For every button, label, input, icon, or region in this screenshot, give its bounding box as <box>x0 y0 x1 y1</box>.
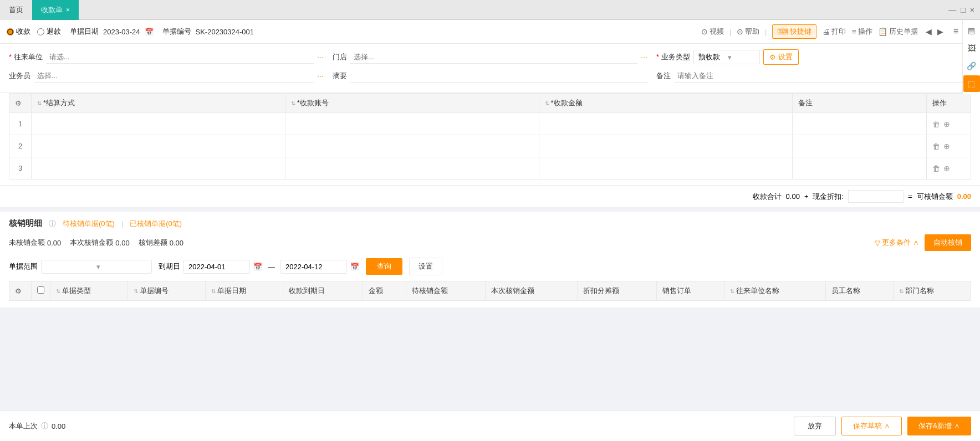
delete-icon-1[interactable]: 🗑 <box>932 120 940 129</box>
due-date-start[interactable] <box>183 260 250 274</box>
summary-input[interactable] <box>350 69 647 83</box>
save-draft-button[interactable]: 保存草稿 ∧ <box>841 417 902 435</box>
nav-next-icon[interactable]: ▶ <box>935 26 946 37</box>
calendar-start-icon[interactable]: 📅 <box>253 263 262 271</box>
operation-btn[interactable]: ≡ 操作 <box>851 27 872 37</box>
bth-counterparty: ⇅ 往来单位名称 <box>724 281 825 301</box>
radio-refund[interactable]: 退款 <box>37 27 61 37</box>
list-view-icon[interactable]: ≡ <box>951 25 961 38</box>
sidebar-table-icon[interactable]: ▤ <box>963 22 980 39</box>
store-more-btn[interactable]: ··· <box>641 53 647 61</box>
settings-button[interactable]: ⚙ 设置 <box>763 49 799 65</box>
completed-tab[interactable]: 已核销单据(0笔) <box>130 219 182 229</box>
counterparty-more-btn[interactable]: ··· <box>317 53 324 61</box>
bth-doctype: ⇅ 单据类型 <box>50 281 128 301</box>
copy-icon-2[interactable]: ⊕ <box>943 142 950 151</box>
sort-icon: ⇅ <box>37 100 42 106</box>
salesman-more-btn[interactable]: ··· <box>317 71 324 80</box>
tab-home[interactable]: 首页 <box>0 0 32 20</box>
form-row-1: * 往来单位 ··· 门店 ··· * 业务类型 预收款 ▾ ⚙ 设置 <box>9 49 971 65</box>
row2-remark[interactable] <box>793 135 927 157</box>
save-new-button[interactable]: 保存&新增 ∧ <box>907 417 971 435</box>
row3-remark[interactable] <box>793 157 927 180</box>
radio-receipt-label: 收款 <box>16 27 30 37</box>
remarks-input[interactable] <box>674 69 971 83</box>
salesman-input[interactable] <box>34 69 314 83</box>
verify-header: 核销明细 ⓘ 待核销单据(0笔) | 已核销单据(0笔) <box>9 218 971 229</box>
row3-settle[interactable] <box>32 157 285 180</box>
toolbar-right: ⊙ 视频 | ⊙ 帮助 | ⌨ 快捷键 🖨 打印 ≡ 操作 📋 历史单据 ◀ ▶ <box>701 24 973 39</box>
tab-close-icon[interactable]: × <box>66 6 70 14</box>
copy-icon-3[interactable]: ⊕ <box>943 164 950 173</box>
doc-num-value: SK-20230324-001 <box>196 28 254 36</box>
filter-icon: ▽ <box>875 239 880 247</box>
calendar-end-icon[interactable]: 📅 <box>350 263 359 271</box>
receipt-table: ⚙ ⇅ *结算方式 ⇅ *收款账号 ⇅ <box>9 93 971 180</box>
video-btn[interactable]: ⊙ 视频 <box>701 27 724 37</box>
toolbar: 收款 退款 单据日期 2023-03-24 📅 单据编号 SK-20230324… <box>0 20 980 44</box>
row1-account[interactable] <box>285 113 539 135</box>
delete-icon-2[interactable]: 🗑 <box>932 142 940 151</box>
counterparty-input[interactable] <box>46 50 314 64</box>
more-filter-btn[interactable]: ▽ 更多条件 ∧ <box>875 238 919 248</box>
pending-tab[interactable]: 待核销单据(0笔) <box>63 219 115 229</box>
nav-prev-icon[interactable]: ◀ <box>923 26 934 37</box>
row2-settle[interactable] <box>32 135 285 157</box>
window-close-icon[interactable]: × <box>970 6 974 14</box>
auto-verify-button[interactable]: 自动核销 <box>925 234 971 251</box>
row1-settle[interactable] <box>32 113 285 135</box>
query-button[interactable]: 查询 <box>366 258 402 275</box>
delete-icon-3[interactable]: 🗑 <box>932 164 940 173</box>
discount-input[interactable] <box>848 190 904 203</box>
print-btn[interactable]: 🖨 打印 <box>822 27 846 37</box>
doc-range-select[interactable]: ▾ <box>41 260 152 274</box>
store-input[interactable] <box>350 50 637 64</box>
shortcut-btn[interactable]: ⌨ 快捷键 <box>772 24 816 39</box>
maximize-icon[interactable]: □ <box>961 6 965 14</box>
row2-account[interactable] <box>285 135 539 157</box>
select-all-checkbox[interactable] <box>37 286 44 294</box>
minimize-icon[interactable]: — <box>948 6 956 14</box>
help-icon: ⊙ <box>737 27 743 36</box>
due-date-end[interactable] <box>280 260 347 274</box>
sort-icon3: ⇅ <box>545 100 549 106</box>
sidebar-link-icon[interactable]: 🔗 <box>963 58 980 74</box>
batch-info-icon[interactable]: ⓘ <box>41 421 48 431</box>
tab-receipt[interactable]: 收款单 × <box>32 0 79 20</box>
table-settings-icon[interactable]: ⚙ <box>15 99 22 107</box>
footer-info: 本单上次 ⓘ 0.00 <box>9 421 65 431</box>
row2-amount[interactable] <box>539 135 793 157</box>
bth-dept: ⇅ 部门名称 <box>893 281 971 301</box>
radio-receipt-input[interactable] <box>7 28 14 35</box>
business-type-select[interactable]: 预收款 ▾ <box>693 50 760 64</box>
sidebar-expand-icon[interactable]: ⬚ <box>963 75 980 92</box>
row3-account[interactable] <box>285 157 539 180</box>
row1-remark[interactable] <box>793 113 927 135</box>
history-btn[interactable]: 📋 历史单据 <box>878 27 918 37</box>
copy-icon-1[interactable]: ⊕ <box>943 120 950 129</box>
settings-gear-icon: ⚙ <box>769 53 776 61</box>
radio-receipt[interactable]: 收款 <box>7 27 30 37</box>
discard-button[interactable]: 放弃 <box>794 417 836 435</box>
row3-amount[interactable] <box>539 157 793 180</box>
tab-separator: | <box>121 219 123 228</box>
bottom-table-settings-icon[interactable]: ⚙ <box>15 287 22 295</box>
verify-section: 核销明细 ⓘ 待核销单据(0笔) | 已核销单据(0笔) 未核销金额 0.00 … <box>0 212 980 307</box>
radio-refund-input[interactable] <box>37 28 44 35</box>
row1-amount[interactable] <box>539 113 793 135</box>
business-type-value: 预收款 <box>698 52 726 62</box>
required-mark: * <box>9 53 12 61</box>
tab-receipt-label: 收款单 <box>41 5 63 15</box>
remarks-field: 备注 <box>656 69 971 83</box>
tab-home-label: 首页 <box>9 5 23 15</box>
total-label: 收款合计 <box>753 192 782 202</box>
calendar-icon[interactable]: 📅 <box>145 28 154 36</box>
bth-docnum: ⇅ 单据编号 <box>128 281 206 301</box>
bth-discount: 折扣分摊额 <box>577 281 656 301</box>
verify-info-icon[interactable]: ⓘ <box>49 219 56 229</box>
help-btn[interactable]: ⊙ 帮助 <box>737 27 759 37</box>
verify-settings-button[interactable]: 设置 <box>409 258 442 275</box>
tab-bar: 首页 收款单 × — □ × <box>0 0 980 20</box>
row-num-1: 1 <box>9 113 32 135</box>
sidebar-image-icon[interactable]: 🖼 <box>963 40 980 57</box>
